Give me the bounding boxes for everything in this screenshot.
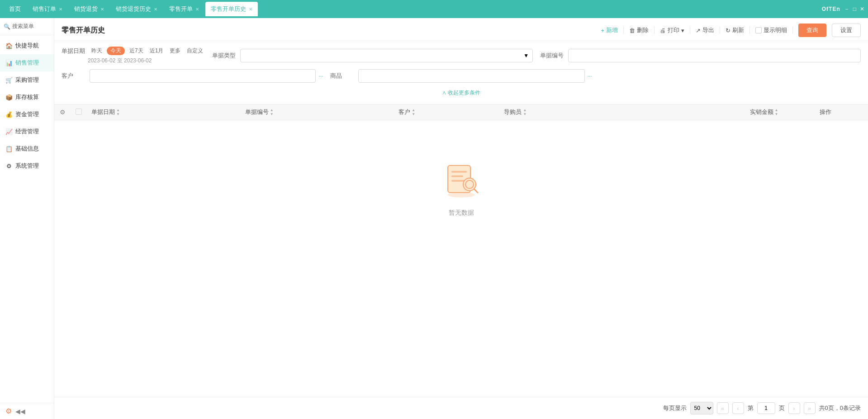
sidebar-item-quick-nav[interactable]: 🏠 快捷导航	[0, 37, 54, 54]
export-icon: ↗	[696, 27, 701, 34]
sidebar-label-inventory: 库存核算	[15, 93, 39, 101]
tab-close-sales-order[interactable]: ✕	[59, 7, 62, 12]
tab-label-sales-order: 销售订单	[33, 5, 56, 13]
divider2	[654, 27, 655, 34]
tab-bar: 首页销售订单✕销货退货✕销货退货历史✕零售开单✕零售开单历史✕	[4, 2, 822, 16]
page-title: 零售开单历史	[62, 26, 105, 35]
th-no[interactable]: 单据编号 ▲▼	[241, 104, 394, 120]
customer-picker-btn[interactable]: ···	[318, 73, 323, 79]
date-label: 单据日期	[62, 47, 87, 55]
page-header: 零售开单历史 + 新增 🗑 删除 🖨 打印 ▾	[54, 18, 868, 41]
shortcut-1month[interactable]: 近1月	[148, 47, 166, 55]
divider5	[749, 27, 750, 34]
shortcut-yesterday[interactable]: 昨天	[90, 47, 104, 55]
sidebar-search[interactable]: 🔍 搜索菜单	[0, 18, 54, 35]
date-range-text: 2023-06-02 至 2023-06-02	[88, 57, 152, 65]
first-page-btn[interactable]: «	[717, 402, 729, 414]
tab-label-sales-return: 销货退货	[74, 5, 98, 13]
print-label: 打印	[668, 26, 679, 34]
svg-rect-4	[451, 180, 465, 182]
tab-label-home: 首页	[9, 5, 21, 13]
minimize-btn[interactable]: －	[844, 5, 849, 13]
maximize-btn[interactable]: □	[853, 6, 856, 12]
customer-sort-arrows: ▲▼	[412, 108, 415, 116]
date-shortcuts: 昨天 今天 近7天 近1月 更多 自定义	[90, 47, 205, 55]
divider1	[623, 27, 624, 34]
page-number-input[interactable]	[757, 402, 775, 414]
sidebar-label-basic-info: 基础信息	[15, 145, 39, 153]
sidebar-item-system[interactable]: ⚙ 系统管理	[0, 157, 54, 174]
shortcut-custom[interactable]: 自定义	[185, 47, 205, 55]
amount-sort-arrows: ▲▼	[775, 108, 778, 116]
tab-retail-open[interactable]: 零售开单✕	[164, 2, 204, 16]
th-amount[interactable]: 实销金额 ▲▼	[629, 104, 783, 120]
product-input[interactable]	[358, 69, 584, 83]
total-info: 共0页，0条记录	[819, 404, 861, 412]
th-customer[interactable]: 客户 ▲▼	[394, 104, 499, 120]
display-detail-toggle[interactable]: 显示明细	[755, 26, 787, 34]
tab-retail-open-history[interactable]: 零售开单历史✕	[205, 2, 258, 16]
select-all-checkbox[interactable]	[76, 108, 82, 115]
tab-sales-order[interactable]: 销售订单✕	[27, 2, 68, 16]
tab-home[interactable]: 首页	[4, 2, 26, 16]
sidebar-item-basic-info[interactable]: 📋 基础信息	[0, 140, 54, 157]
sidebar-item-purchase-mgmt[interactable]: 🛒 采购管理	[0, 71, 54, 89]
delete-button[interactable]: 🗑 删除	[629, 26, 649, 34]
tab-close-sales-return-history[interactable]: ✕	[154, 7, 157, 12]
customer-label: 客户	[62, 72, 87, 80]
export-button[interactable]: ↗ 导出	[696, 26, 714, 34]
sidebar-label-quick-nav: 快捷导航	[15, 42, 39, 50]
icon-quick-nav: 🏠	[5, 42, 13, 49]
last-page-btn[interactable]: »	[804, 402, 816, 414]
icon-purchase-mgmt: 🛒	[5, 76, 13, 84]
shortcut-7days[interactable]: 近7天	[128, 47, 145, 55]
print-button[interactable]: 🖨 打印 ▾	[660, 26, 684, 34]
next-page-btn[interactable]: ›	[788, 402, 800, 414]
toolbar: + 新增 🗑 删除 🖨 打印 ▾ ↗ 导出	[601, 24, 861, 37]
shortcut-more[interactable]: 更多	[168, 47, 182, 55]
refresh-label: 刷新	[732, 26, 744, 34]
tab-sales-return-history[interactable]: 销货退货历史✕	[110, 2, 163, 16]
icon-sales-mgmt: 📊	[5, 59, 13, 66]
tab-close-retail-open[interactable]: ✕	[195, 7, 199, 12]
filter-row-1: 单据日期 昨天 今天 近7天 近1月 更多 自定义 2023-06-02 至 2…	[62, 47, 861, 65]
th-salesman[interactable]: 导购员 ▲▼	[499, 104, 629, 120]
collapse-sidebar-btn[interactable]: ◀◀	[15, 408, 25, 415]
export-label: 导出	[702, 26, 714, 34]
sidebar-item-inventory[interactable]: 📦 库存核算	[0, 89, 54, 106]
page-unit: 页	[779, 404, 785, 412]
content-area: 零售开单历史 + 新增 🗑 删除 🖨 打印 ▾	[54, 18, 868, 419]
customer-input[interactable]	[90, 69, 316, 83]
tab-label-retail-open-history: 零售开单历史	[211, 5, 246, 13]
collapse-filter-btn[interactable]: ∧ 收起更多条件	[62, 87, 861, 99]
sidebar-item-operation[interactable]: 📈 经营管理	[0, 123, 54, 140]
per-page-label: 每页显示	[663, 404, 687, 412]
tab-close-sales-return[interactable]: ✕	[100, 7, 104, 12]
print-icon: 🖨	[660, 27, 666, 34]
th-checkbox[interactable]	[71, 104, 87, 120]
query-button[interactable]: 查询	[798, 24, 826, 37]
product-picker-btn[interactable]: ···	[588, 73, 592, 79]
th-action: 操作	[783, 104, 868, 120]
shortcut-today[interactable]: 今天	[107, 47, 125, 55]
settings-footer-icon[interactable]: ⚙	[5, 407, 12, 415]
refresh-button[interactable]: ↻ 刷新	[726, 26, 744, 34]
sidebar-item-finance[interactable]: 💰 资金管理	[0, 106, 54, 123]
order-type-dropdown-icon: ▼	[523, 52, 529, 59]
prev-page-btn[interactable]: ‹	[732, 402, 744, 414]
table-settings-icon[interactable]: ⚙	[60, 108, 66, 116]
tab-sales-return[interactable]: 销货退货✕	[69, 2, 109, 16]
order-no-label: 单据编号	[540, 52, 565, 60]
per-page-select[interactable]: 50 20 100	[690, 402, 713, 414]
sidebar-item-sales-mgmt[interactable]: 📊 销售管理	[0, 54, 54, 71]
tab-close-retail-open-history[interactable]: ✕	[249, 7, 252, 12]
close-btn[interactable]: ✕	[860, 6, 864, 12]
th-settings[interactable]: ⚙	[54, 104, 71, 120]
add-button[interactable]: + 新增	[601, 26, 618, 34]
order-no-input[interactable]	[568, 49, 861, 62]
th-date-label: 单据日期	[91, 108, 115, 116]
th-date[interactable]: 单据日期 ▲▼	[87, 104, 241, 120]
order-type-select[interactable]: ▼	[240, 49, 533, 62]
sidebar-label-finance: 资金管理	[15, 110, 39, 118]
setting-button[interactable]: 设置	[832, 24, 861, 37]
